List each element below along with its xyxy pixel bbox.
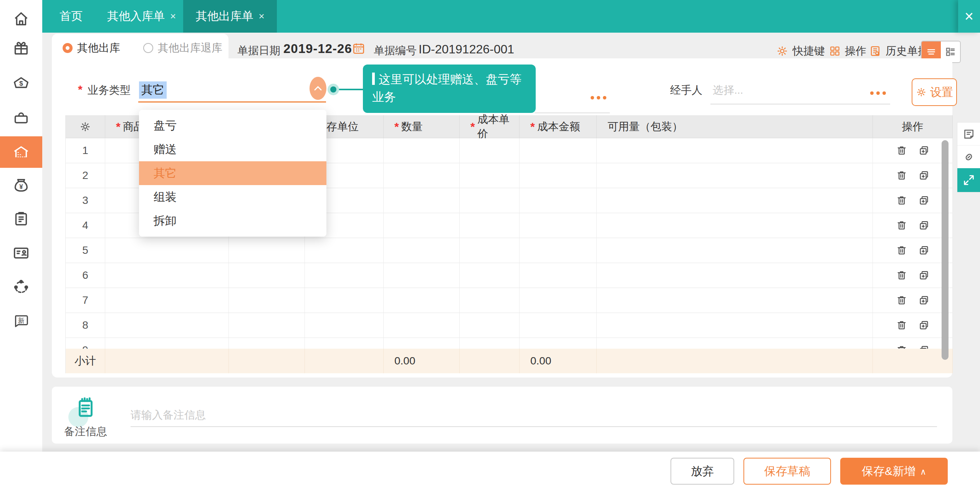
delete-row-icon[interactable] <box>896 170 907 181</box>
table-cell[interactable] <box>305 288 384 313</box>
delete-row-icon[interactable] <box>896 319 907 331</box>
date-value[interactable]: 2019-12-26 <box>283 41 352 56</box>
dropdown-option[interactable]: 盘亏 <box>139 114 326 137</box>
table-cell[interactable] <box>229 238 305 263</box>
delete-row-icon[interactable] <box>896 245 907 256</box>
tab-close-icon[interactable]: × <box>170 10 176 22</box>
sidebar-item-cloud[interactable] <box>0 271 42 302</box>
table-cell[interactable] <box>384 163 460 188</box>
history-button[interactable]: 历史单据 <box>869 44 929 58</box>
dropdown-option[interactable]: 拆卸 <box>139 209 326 233</box>
collapse-bubble-button[interactable] <box>310 77 326 100</box>
table-cell[interactable] <box>460 263 520 288</box>
table-cell[interactable] <box>384 238 460 263</box>
dropdown-option[interactable]: 组装 <box>139 185 326 209</box>
business-type-value[interactable]: 其它 <box>139 81 167 99</box>
tab-close-icon[interactable]: × <box>258 10 264 22</box>
handler-more-button[interactable] <box>870 91 886 95</box>
table-cell[interactable] <box>229 288 305 313</box>
note-panel-button[interactable] <box>957 122 980 146</box>
table-cell[interactable] <box>384 288 460 313</box>
table-cell[interactable] <box>460 163 520 188</box>
table-cell[interactable] <box>460 213 520 238</box>
table-cell[interactable] <box>460 238 520 263</box>
sidebar-item-purchase[interactable] <box>0 102 42 133</box>
delete-row-icon[interactable] <box>896 270 907 281</box>
table-cell[interactable] <box>520 288 597 313</box>
table-cell[interactable] <box>520 163 597 188</box>
table-cell[interactable] <box>597 188 873 213</box>
table-cell[interactable] <box>105 338 229 349</box>
table-cell[interactable] <box>597 263 873 288</box>
sidebar-item-new[interactable]: 新 <box>0 305 42 336</box>
table-cell[interactable] <box>105 238 229 263</box>
table-cell[interactable] <box>305 263 384 288</box>
table-cell[interactable] <box>460 138 520 163</box>
tab-other-outbound[interactable]: 其他出库单 × <box>183 0 277 33</box>
table-cell[interactable] <box>305 338 384 349</box>
sidebar-item-funds[interactable]: ¥ <box>0 169 42 201</box>
copy-row-icon[interactable] <box>918 195 930 206</box>
table-cell[interactable] <box>384 213 460 238</box>
sidebar-item-inventory-active[interactable] <box>0 136 42 168</box>
settings-button[interactable]: 设置 <box>912 78 957 106</box>
delete-row-icon[interactable] <box>896 295 907 306</box>
save-draft-button[interactable]: 保存草稿 <box>743 458 831 485</box>
table-cell[interactable] <box>520 238 597 263</box>
dropdown-option-selected[interactable]: 其它 <box>139 161 326 185</box>
table-cell[interactable] <box>305 313 384 338</box>
hotkeys-button[interactable]: 快捷键 <box>776 44 825 58</box>
sidebar-item-home[interactable] <box>0 3 42 35</box>
tab-home[interactable]: 首页 <box>42 0 100 33</box>
table-cell[interactable] <box>597 338 873 349</box>
attachment-panel-button[interactable] <box>957 146 980 168</box>
table-cell[interactable] <box>460 188 520 213</box>
remarks-placeholder[interactable]: 请输入备注信息 <box>131 408 206 422</box>
sidebar-item-contacts[interactable] <box>0 237 42 268</box>
table-cell[interactable] <box>384 338 460 349</box>
copy-row-icon[interactable] <box>918 245 930 256</box>
table-cell[interactable] <box>105 263 229 288</box>
table-cell[interactable] <box>597 313 873 338</box>
table-cell[interactable] <box>384 188 460 213</box>
table-cell[interactable] <box>460 338 520 349</box>
actions-button[interactable]: 操作 <box>829 44 866 58</box>
copy-row-icon[interactable] <box>918 319 930 331</box>
column-settings-cell[interactable] <box>66 115 105 138</box>
table-cell[interactable] <box>597 163 873 188</box>
tab-other-inbound[interactable]: 其他入库单 × <box>100 0 183 33</box>
table-cell[interactable] <box>384 263 460 288</box>
table-cell[interactable] <box>105 313 229 338</box>
table-cell[interactable] <box>597 213 873 238</box>
handler-placeholder[interactable]: 选择... <box>713 83 743 98</box>
copy-row-icon[interactable] <box>918 145 930 156</box>
delete-row-icon[interactable] <box>896 145 907 156</box>
delete-row-icon[interactable] <box>896 344 907 349</box>
table-cell[interactable] <box>384 313 460 338</box>
table-cell[interactable] <box>229 338 305 349</box>
table-cell[interactable] <box>597 288 873 313</box>
table-cell[interactable] <box>460 313 520 338</box>
copy-row-icon[interactable] <box>918 270 930 281</box>
sidebar-item-orders[interactable] <box>0 203 42 235</box>
delete-row-icon[interactable] <box>896 195 907 206</box>
copy-row-icon[interactable] <box>918 170 930 181</box>
radio-outbound-return[interactable]: 其他出库退库 <box>143 41 222 55</box>
delete-row-icon[interactable] <box>896 220 907 231</box>
table-cell[interactable] <box>520 263 597 288</box>
calendar-icon[interactable] <box>352 41 366 55</box>
sidebar-item-gift[interactable] <box>0 32 42 64</box>
table-cell[interactable] <box>105 288 229 313</box>
save-and-new-button[interactable]: 保存&新增 ∧ <box>840 458 948 485</box>
table-cell[interactable] <box>597 238 873 263</box>
copy-row-icon[interactable] <box>918 344 930 349</box>
expand-panel-button[interactable] <box>957 168 980 192</box>
table-cell[interactable] <box>460 288 520 313</box>
window-close-button[interactable]: × <box>958 0 980 33</box>
discard-button[interactable]: 放弃 <box>670 458 734 485</box>
table-cell[interactable] <box>384 138 460 163</box>
table-cell[interactable] <box>229 313 305 338</box>
copy-row-icon[interactable] <box>918 295 930 306</box>
dropdown-option[interactable]: 赠送 <box>139 137 326 161</box>
copy-row-icon[interactable] <box>918 220 930 231</box>
